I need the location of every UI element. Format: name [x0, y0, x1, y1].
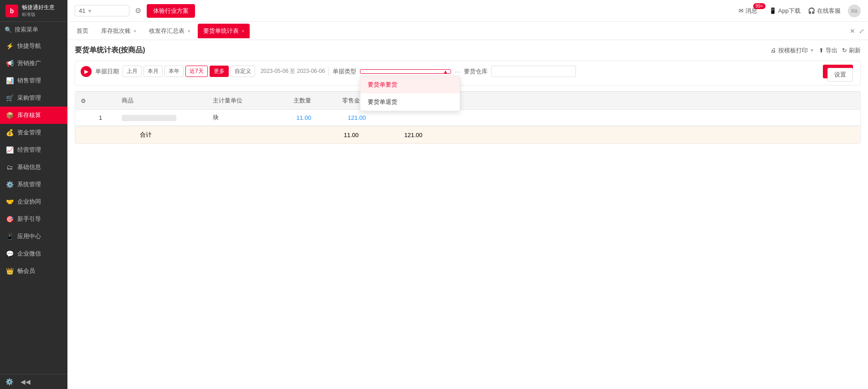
more-filters-btn[interactable]: ··· — [455, 68, 460, 75]
sidebar-item-guide[interactable]: 🎯 新手引导 — [0, 210, 67, 228]
guide-icon: 🎯 — [5, 215, 14, 223]
member-icon: 👑 — [5, 267, 14, 275]
shortcut-icon: ⚡ — [5, 42, 14, 50]
top-header: 41 ▼ ⚙ 体验行业方案 ✉ 消息 99+ 📱 App下载 🎧 在线客服 Ri… — [67, 0, 868, 22]
date-btn-last-month[interactable]: 上月 — [123, 66, 142, 77]
tab-close-all-icon[interactable]: ✕ — [850, 27, 855, 35]
row-settings-cell — [75, 110, 93, 126]
sidebar-item-purchase[interactable]: 🛒 采购管理 — [0, 89, 67, 107]
print-icon: 🖨 — [770, 47, 776, 54]
sidebar-item-enterprise[interactable]: 🤝 企业协同 — [0, 193, 67, 210]
filter-bar: ▶ 单据日期 上月 本月 本年 近7天 更多 自定义 2023-05-06 至 … — [75, 61, 861, 86]
export-btn[interactable]: ⬆ 导出 — [819, 46, 837, 55]
avatar[interactable]: Rit — [848, 5, 861, 17]
sidebar-item-marketing[interactable]: 📢 营销推广 — [0, 55, 67, 72]
gear-icon[interactable]: ⚙ — [81, 97, 86, 104]
trial-btn[interactable]: 体验行业方案 — [147, 4, 195, 18]
row-product-cell — [116, 110, 207, 126]
settings-icon[interactable]: ⚙ — [135, 6, 141, 15]
date-btn-this-month[interactable]: 本月 — [144, 66, 163, 77]
row-unit-cell: 块 — [207, 110, 262, 126]
refresh-btn[interactable]: ↻ 刷新 — [842, 46, 861, 55]
sidebar-nav: ⚡ 快捷导航 📢 营销推广 📊 销售管理 🛒 采购管理 📦 库存核算 💰 资金管… — [0, 37, 67, 374]
chevron-down-icon: ▼ — [87, 8, 92, 14]
row-amount-cell[interactable]: 121.00 — [317, 110, 371, 126]
search-icon: 🔍 — [5, 26, 12, 33]
sidebar-item-shortcut[interactable]: ⚡ 快捷导航 — [0, 37, 67, 55]
sidebar-logo: b 畅捷通好生意 标准版 — [0, 0, 67, 22]
sidebar-item-sales[interactable]: 📊 销售管理 — [0, 72, 67, 89]
app-download-btn[interactable]: 📱 App下载 — [769, 7, 801, 15]
col-settings: ⚙ — [75, 92, 93, 110]
table-footer: 合计 11.00 121.00 — [75, 126, 860, 143]
page-inner: 要货单统计表(按商品) 🖨 按模板打印 ▼ ⬆ 导出 ↻ 刷新 — [67, 40, 868, 389]
dropdown-item-return-request[interactable]: 要货单退货 — [360, 93, 460, 111]
footer-label: 合计 — [140, 131, 231, 139]
chevron-up-icon: ▲ — [443, 69, 448, 74]
type-dropdown: 要货单要货 要货单退货 — [360, 76, 460, 111]
header-right: ✉ 消息 99+ 📱 App下载 🎧 在线客服 Rit — [739, 5, 861, 17]
message-icon: ✉ — [739, 7, 744, 14]
col-product: 商品 — [116, 92, 207, 110]
date-btn-more[interactable]: 更多 — [210, 66, 229, 77]
print-template-btn[interactable]: 🖨 按模板打印 ▼ — [770, 46, 814, 55]
marketing-icon: 📢 — [5, 59, 14, 67]
col-unit: 主计量单位 — [207, 92, 262, 110]
chevron-down-icon-print: ▼ — [810, 48, 814, 53]
date-btn-this-year[interactable]: 本年 — [164, 66, 184, 77]
date-btn-group: 上月 本月 本年 近7天 更多 自定义 — [123, 66, 255, 77]
purchase-icon: 🛒 — [5, 94, 14, 102]
data-table-container: ⚙ 商品 主计量单位 主数量 零售金额 — [75, 91, 861, 144]
type-selector[interactable]: ▲ — [360, 69, 451, 74]
table-header-row: ⚙ 商品 主计量单位 主数量 零售金额 — [75, 92, 860, 110]
tab-request-stats[interactable]: 要货单统计表 × — [198, 24, 250, 38]
export-icon: ⬆ — [819, 47, 824, 54]
row-quantity-cell[interactable]: 11.00 — [262, 110, 317, 126]
warehouse-label: 要货仓库 — [464, 67, 488, 76]
type-selector-wrapper: ▲ 要货单要货 要货单退货 — [360, 69, 451, 74]
sidebar-item-inventory[interactable]: 📦 库存核算 — [0, 107, 67, 124]
sidebar-item-finance[interactable]: 💰 资金管理 — [0, 124, 67, 141]
sidebar-item-appstore[interactable]: 📱 应用中心 — [0, 228, 67, 245]
sidebar-item-member[interactable]: 👑 畅会员 — [0, 262, 67, 280]
col-rownum — [93, 92, 116, 110]
sidebar-item-system[interactable]: ⚙️ 系统管理 — [0, 176, 67, 193]
sidebar-item-operation[interactable]: 📈 经营管理 — [0, 141, 67, 159]
service-btn[interactable]: 🎧 在线客服 — [808, 7, 841, 15]
operation-icon: 📈 — [5, 146, 14, 154]
tab-inventory-batch[interactable]: 库存批次账 × — [96, 24, 142, 38]
sidebar-item-basic[interactable]: 🗂 基础信息 — [0, 159, 67, 176]
filter-expand-btn[interactable]: ▶ — [81, 66, 92, 77]
date-btn-last-7-days[interactable]: 近7天 — [185, 66, 208, 77]
appstore-icon: 📱 — [5, 232, 14, 241]
settings-btn[interactable]: 设置 — [827, 68, 853, 82]
type-label: 单据类型 — [333, 67, 356, 76]
tab-receivable-summary[interactable]: 收发存汇总表 × — [144, 24, 195, 38]
headset-icon: 🎧 — [808, 7, 815, 14]
sales-icon: 📊 — [5, 77, 14, 85]
tab-close-receivable-summary[interactable]: × — [187, 28, 190, 34]
dropdown-item-purchase-request[interactable]: 要货单要货 — [360, 76, 460, 93]
footer-amount: 121.00 — [368, 132, 422, 138]
page-content: 要货单统计表(按商品) 🖨 按模板打印 ▼ ⬆ 导出 ↻ 刷新 — [67, 40, 868, 389]
page-title: 要货单统计表(按商品) — [75, 46, 145, 55]
logo-text: 畅捷通好生意 标准版 — [22, 4, 55, 17]
main-content: 41 ▼ ⚙ 体验行业方案 ✉ 消息 99+ 📱 App下载 🎧 在线客服 Ri… — [67, 0, 868, 389]
tab-expand-icon[interactable]: ⤢ — [859, 27, 864, 35]
basic-icon: 🗂 — [5, 163, 14, 171]
settings-bottom-icon[interactable]: ⚙️ — [5, 378, 13, 385]
warehouse-input[interactable] — [491, 66, 576, 77]
tab-close-inventory-batch[interactable]: × — [134, 28, 136, 34]
collapse-icon[interactable]: ◀◀ — [21, 378, 31, 385]
page-actions: 🖨 按模板打印 ▼ ⬆ 导出 ↻ 刷新 — [770, 46, 861, 55]
sidebar-item-wechat[interactable]: 💬 企业微信 — [0, 245, 67, 262]
sidebar-search[interactable]: 🔍 搜索菜单 — [0, 22, 67, 37]
footer-quantity: 11.00 — [304, 132, 359, 138]
date-btn-custom[interactable]: 自定义 — [231, 66, 255, 77]
tab-close-request-stats[interactable]: × — [241, 28, 244, 34]
message-btn[interactable]: ✉ 消息 99+ — [739, 7, 762, 15]
product-name-blurred — [122, 115, 176, 121]
tab-home[interactable]: 首页 — [71, 24, 94, 38]
store-selector[interactable]: 41 ▼ — [75, 5, 129, 16]
tab-bar-right: ✕ ⤢ — [850, 27, 864, 35]
